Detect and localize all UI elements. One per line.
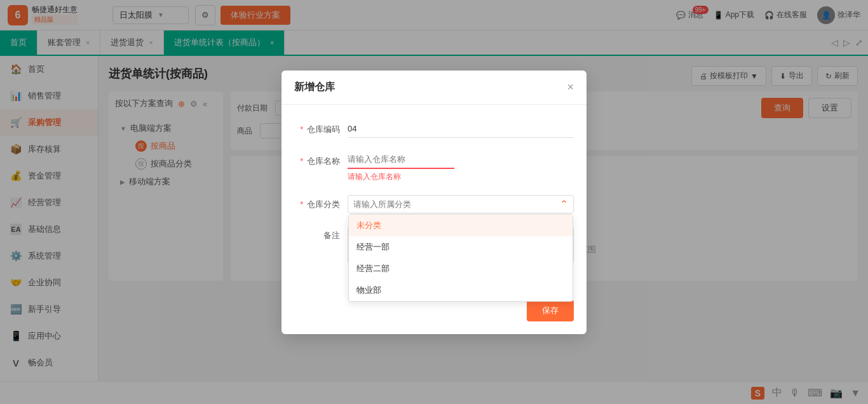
name-input[interactable]	[348, 151, 454, 169]
name-error-msg: 请输入仓库名称	[348, 172, 401, 181]
name-input-wrapper	[348, 151, 454, 169]
name-label: * 仓库名称	[294, 152, 340, 167]
save-button[interactable]: 保存	[527, 300, 574, 321]
category-label: * 仓库分类	[294, 195, 340, 210]
code-input[interactable]	[348, 120, 574, 138]
dropdown-item-property[interactable]: 物业部	[349, 279, 573, 301]
dropdown-item-unclassified[interactable]: 未分类	[349, 215, 573, 236]
modal-overlay: 新增仓库 × * 仓库编码 * 仓库名称	[0, 0, 868, 404]
form-row-code: * 仓库编码	[294, 120, 574, 138]
add-warehouse-modal: 新增仓库 × * 仓库编码 * 仓库名称	[281, 71, 587, 334]
remark-label: 备注	[294, 226, 340, 241]
dropdown-item-ops1[interactable]: 经营一部	[349, 236, 573, 258]
modal-body: * 仓库编码 * 仓库名称 请输入仓库名称	[281, 105, 587, 292]
name-error-container: 请输入仓库名称	[294, 172, 401, 182]
form-row-category: * 仓库分类 ⌃ 未分类 经营一部 经营二部 物业部	[294, 195, 574, 213]
category-chevron-icon: ⌃	[560, 198, 568, 210]
category-dropdown: 未分类 经营一部 经营二部 物业部	[348, 214, 573, 302]
category-input[interactable]	[353, 199, 560, 209]
category-required-star: *	[300, 199, 303, 209]
dropdown-item-ops2[interactable]: 经营二部	[349, 258, 573, 279]
modal-title: 新增仓库	[294, 81, 335, 94]
name-required-star: *	[300, 156, 303, 166]
form-row-name-inner: * 仓库名称	[294, 151, 454, 169]
modal-close-button[interactable]: ×	[567, 81, 574, 94]
code-label: * 仓库编码	[294, 120, 340, 135]
modal-header: 新增仓库 ×	[281, 71, 587, 105]
form-row-name: * 仓库名称 请输入仓库名称	[294, 151, 574, 182]
category-select[interactable]: ⌃ 未分类 经营一部 经营二部 物业部	[348, 195, 574, 213]
code-required-star: *	[300, 125, 303, 134]
